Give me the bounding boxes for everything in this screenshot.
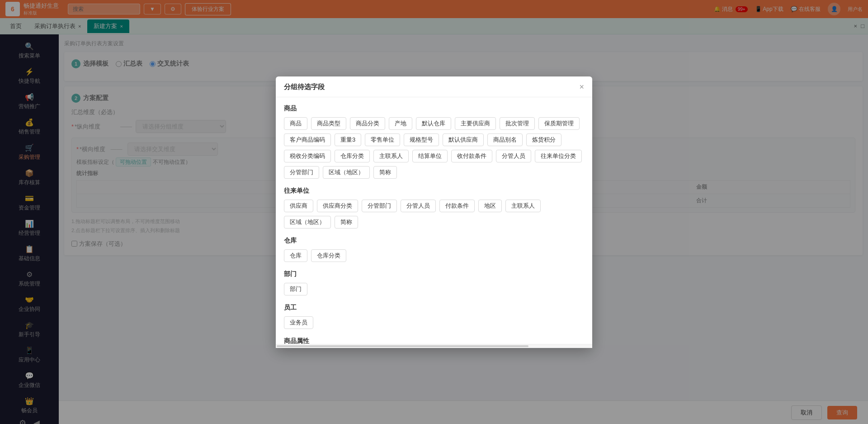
field-tags-partner: 供应商供应商分类分管部门分管人员付款条件地区主联系人区域（地区）简称 — [284, 200, 584, 229]
field-tag[interactable]: 主联系人 — [373, 150, 409, 162]
field-tag[interactable]: 地区 — [478, 200, 502, 212]
field-tag[interactable]: 仓库分类 — [311, 249, 346, 262]
field-tags-staff: 业务员 — [284, 316, 584, 329]
field-tag[interactable]: 主要供应商 — [455, 117, 496, 130]
field-tag[interactable]: 规格型号 — [404, 133, 439, 146]
field-tag[interactable]: 区域（地区） — [323, 166, 370, 179]
field-tag[interactable]: 分管人员 — [496, 150, 531, 162]
field-tags-warehouse: 仓库仓库分类 — [284, 249, 584, 262]
field-group-goods: 商品 商品商品类型商品分类产地默认仓库主要供应商批次管理保质期管理客户商品编码重… — [284, 105, 584, 179]
field-tag[interactable]: 批次管理 — [500, 117, 535, 130]
field-tag[interactable]: 商品分类 — [350, 117, 385, 130]
dialog-header: 分组待选字段 × — [276, 76, 592, 97]
field-group-dept-title: 部门 — [284, 270, 584, 278]
field-tag[interactable]: 结算单位 — [412, 150, 448, 162]
field-group-attr-title: 商品属性 — [284, 337, 584, 344]
field-group-staff: 员工 业务员 — [284, 304, 584, 329]
field-tag[interactable]: 收付款条件 — [451, 150, 492, 162]
field-tags-goods: 商品商品类型商品分类产地默认仓库主要供应商批次管理保质期管理客户商品编码重量3零… — [284, 117, 584, 179]
field-tag[interactable]: 分管人员 — [401, 200, 436, 212]
field-tag[interactable]: 部门 — [284, 283, 307, 295]
field-tag[interactable]: 分管部门 — [284, 166, 319, 179]
field-tag[interactable]: 重量3 — [335, 133, 361, 146]
field-group-warehouse-title: 仓库 — [284, 237, 584, 245]
field-group-attr: 商品属性 属性颜色多规格尺码鞋码1 — [284, 337, 584, 344]
field-tag[interactable]: 商品类型 — [311, 117, 346, 130]
field-tag[interactable]: 零售单位 — [365, 133, 400, 146]
field-tag[interactable]: 默认供应商 — [443, 133, 484, 146]
field-tag[interactable]: 供应商分类 — [317, 200, 358, 212]
field-group-dept: 部门 部门 — [284, 270, 584, 295]
field-tag[interactable]: 保质期管理 — [538, 117, 580, 130]
field-tag[interactable]: 业务员 — [284, 316, 313, 329]
field-tag[interactable]: 商品别名 — [487, 133, 523, 146]
field-tag[interactable]: 简称 — [335, 216, 358, 229]
dialog-close-btn[interactable]: × — [579, 83, 584, 91]
field-tag[interactable]: 税收分类编码 — [284, 150, 331, 162]
field-tag[interactable]: 付款条件 — [439, 200, 475, 212]
field-tag[interactable]: 产地 — [389, 117, 412, 130]
field-tag[interactable]: 往来单位分类 — [535, 150, 582, 162]
field-tag[interactable]: 商品 — [284, 117, 307, 130]
field-tag[interactable]: 供应商 — [284, 200, 313, 212]
field-tag[interactable]: 主联系人 — [505, 200, 541, 212]
dialog-title: 分组待选字段 — [284, 83, 325, 91]
field-group-goods-title: 商品 — [284, 105, 584, 113]
dialog: 分组待选字段 × 商品 商品商品类型商品分类产地默认仓库主要供应商批次管理保质期… — [276, 76, 592, 348]
field-tag[interactable]: 客户商品编码 — [284, 133, 331, 146]
field-tag[interactable]: 仓库分类 — [335, 150, 370, 162]
field-tags-dept: 部门 — [284, 283, 584, 295]
field-tag[interactable]: 炼货积分 — [526, 133, 561, 146]
field-group-partner: 往来单位 供应商供应商分类分管部门分管人员付款条件地区主联系人区域（地区）简称 — [284, 187, 584, 229]
field-group-partner-title: 往来单位 — [284, 187, 584, 195]
dialog-hscroll — [276, 344, 592, 348]
field-tag[interactable]: 简称 — [373, 166, 397, 179]
modal-overlay: 分组待选字段 × 商品 商品商品类型商品分类产地默认仓库主要供应商批次管理保质期… — [0, 0, 868, 424]
field-group-staff-title: 员工 — [284, 304, 584, 312]
dialog-body: 商品 商品商品类型商品分类产地默认仓库主要供应商批次管理保质期管理客户商品编码重… — [276, 97, 592, 344]
field-tag[interactable]: 分管部门 — [362, 200, 397, 212]
field-tag[interactable]: 仓库 — [284, 249, 307, 262]
field-group-warehouse: 仓库 仓库仓库分类 — [284, 237, 584, 262]
field-tag[interactable]: 区域（地区） — [284, 216, 331, 229]
field-tag[interactable]: 默认仓库 — [416, 117, 451, 130]
